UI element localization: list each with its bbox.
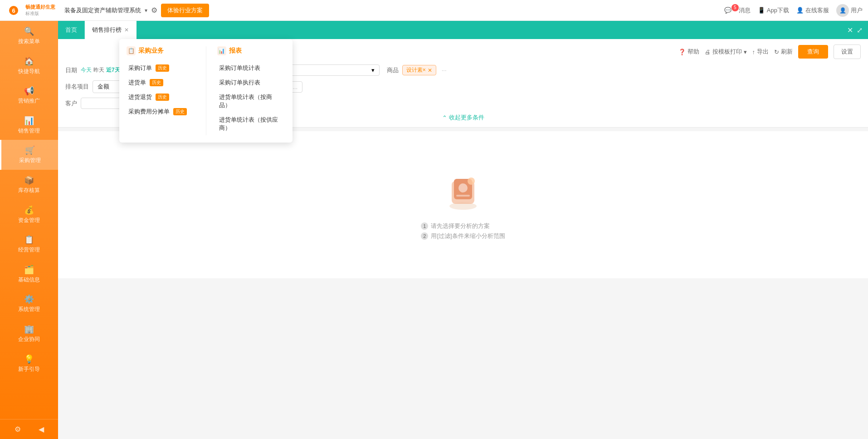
tab-close-sales-rank[interactable]: ✕	[124, 27, 129, 33]
menu-section-purchase: 📋 采购业务 采购订单 历史 进货单 历史 进货退货 历史	[127, 46, 195, 135]
purchase-icon: 🛒	[25, 145, 35, 155]
menu-item-order-exec[interactable]: 采购订单执行表	[217, 75, 286, 90]
sidebar-item-quick-nav[interactable]: 🏠 快捷导航	[0, 51, 58, 81]
industry-btn[interactable]: 体验行业方案	[161, 4, 209, 17]
refresh-label: 刷新	[781, 48, 793, 56]
settings-set-btn[interactable]: 设置	[834, 44, 861, 59]
query-btn[interactable]: 查询	[798, 45, 828, 59]
sidebar-label-inventory: 库存核算	[18, 187, 40, 194]
user-label: 用户	[851, 6, 863, 15]
sidebar-item-purchase[interactable]: 🛒 采购管理	[0, 140, 58, 170]
notification-item[interactable]: 💬 5 消息	[724, 6, 751, 15]
quick-today[interactable]: 今天	[81, 66, 92, 74]
step2-num: 2	[421, 232, 428, 240]
sidebar-item-sales[interactable]: 📊 销售管理	[0, 110, 58, 140]
menu-item-return[interactable]: 进货退货 历史	[127, 90, 195, 104]
refresh-btn[interactable]: ↻ 刷新	[774, 48, 793, 56]
export-label: 导出	[757, 48, 769, 56]
settings-icon[interactable]: ⚙	[151, 6, 157, 15]
print-label: 按模板打印	[712, 48, 742, 56]
message-icon: 💬	[724, 7, 731, 14]
purchase-order-label: 采购订单	[128, 64, 152, 72]
main-layout: 🔍 搜索菜单 🏠 快捷导航 📢 营销推广 📊 销售管理 🛒 采购管	[0, 21, 868, 439]
online-service-item[interactable]: 👤 在线客服	[796, 6, 829, 15]
empty-text: 1 请先选择要分析的方案 2 用[过滤]条件来缩小分析范围	[421, 220, 505, 242]
sidebar-label-finance: 资金管理	[18, 217, 40, 224]
menu-item-incoming-goods[interactable]: 进货单统计表（按商品）	[217, 90, 286, 113]
top-bar-center: 装备及固定资产辅助管理系统 ▾ ⚙ 体验行业方案	[64, 4, 209, 17]
export-icon: ↑	[752, 49, 756, 55]
export-btn[interactable]: ↑ 导出	[752, 48, 769, 56]
menu-divider	[206, 46, 206, 135]
tab-home[interactable]: 首页	[58, 21, 85, 39]
sidebar-item-marketing[interactable]: 📢 营销推广	[0, 80, 58, 110]
sidebar-item-basic-info[interactable]: 🗂️ 基础信息	[0, 259, 58, 289]
empty-state: 1 请先选择要分析的方案 2 用[过滤]条件来缩小分析范围	[58, 131, 868, 278]
refresh-icon: ↻	[774, 49, 779, 55]
quick-yesterday[interactable]: 昨天	[93, 66, 104, 74]
doc-status-select[interactable]: ▾	[289, 64, 380, 76]
menu-item-incoming[interactable]: 进货单 历史	[127, 75, 195, 90]
top-bar-right: 💬 5 消息 📱 App下载 👤 在线客服 👤 用户	[724, 4, 863, 17]
purchase-order-badge: 历史	[156, 64, 169, 72]
help-label: 帮助	[688, 48, 699, 56]
sidebar-item-operation[interactable]: 📋 经营管理	[0, 229, 58, 259]
tab-close-action[interactable]: ✕	[847, 26, 853, 35]
menu-item-incoming-supplier[interactable]: 进货单统计表（按供应商）	[217, 113, 286, 135]
menu-section-report: 📊 报表 采购订单统计表 采购订单执行表 进货单统计表（按商品） 进货单统计表（…	[217, 46, 286, 135]
sidebar-item-system[interactable]: ⚙️ 系统管理	[0, 289, 58, 319]
goods-tag: 设计素× ✕	[402, 65, 436, 75]
sidebar-item-enterprise[interactable]: 🏢 企业协同	[0, 319, 58, 349]
menu-item-purchase-order[interactable]: 采购订单 历史	[127, 61, 195, 75]
menu-item-order-stats[interactable]: 采购订单统计表	[217, 61, 286, 75]
phone-icon: 📱	[758, 7, 765, 14]
sidebar: 🔍 搜索菜单 🏠 快捷导航 📢 营销推广 📊 销售管理 🛒 采购管	[0, 21, 58, 439]
sidebar-label-basic-info: 基础信息	[18, 276, 40, 284]
sidebar-label-search: 搜索菜单	[18, 38, 40, 45]
sales-icon: 📊	[24, 116, 34, 126]
menu-section-report-title: 📊 报表	[217, 46, 286, 55]
empty-icon	[440, 168, 486, 213]
sidebar-collapse-btn[interactable]: ◀	[39, 425, 44, 434]
quick-7days[interactable]: 近7天	[106, 66, 120, 74]
menu-section-purchase-title: 📋 采购业务	[127, 46, 195, 55]
message-label: 消息	[739, 6, 751, 15]
sidebar-settings-btn[interactable]: ⚙	[15, 425, 21, 434]
sidebar-item-finance[interactable]: 💰 资金管理	[0, 200, 58, 230]
tab-expand-action[interactable]: ⤢	[857, 26, 863, 35]
report-section-label: 报表	[229, 47, 242, 55]
sidebar-label-enterprise: 企业协同	[18, 336, 40, 343]
sidebar-item-guide[interactable]: 💡 新手引导	[0, 349, 58, 379]
return-badge: 历史	[156, 94, 169, 101]
help-btn[interactable]: ❓ 帮助	[678, 48, 699, 56]
goods-tag-close[interactable]: ✕	[428, 67, 432, 74]
sidebar-item-search[interactable]: 🔍 搜索菜单	[0, 21, 58, 51]
doc-status-dropdown: ▾	[371, 67, 375, 74]
salesperson-dots[interactable]: ...	[293, 84, 297, 90]
filter-goods: 商品 设计素× ✕ ···	[387, 65, 447, 75]
app-container: 6 畅捷通好生意 标准版 装备及固定资产辅助管理系统 ▾ ⚙ 体验行业方案 💬 …	[0, 0, 868, 439]
avatar-icon: 👤	[836, 4, 849, 17]
sidebar-bottom: ⚙ ◀	[0, 419, 58, 439]
app-download-item[interactable]: 📱 App下载	[758, 6, 789, 15]
expense-badge: 历史	[173, 108, 187, 115]
user-item[interactable]: 👤 用户	[836, 4, 863, 17]
logo-icon: 6	[5, 2, 22, 19]
goods-dots[interactable]: ···	[442, 67, 447, 74]
sidebar-label-marketing: 营销推广	[18, 98, 40, 105]
system-dropdown-arrow[interactable]: ▾	[145, 7, 147, 14]
print-dropdown-icon[interactable]: ▾	[744, 49, 747, 55]
step1-num: 1	[421, 222, 428, 230]
home-icon: 🏠	[24, 56, 34, 66]
tab-sales-rank[interactable]: 销售排行榜 ✕	[85, 21, 137, 39]
sidebar-item-inventory[interactable]: 📦 库存核算	[0, 170, 58, 200]
sidebar-label-quick-nav: 快捷导航	[18, 68, 40, 75]
guide-icon: 💡	[24, 354, 34, 364]
svg-rect-6	[456, 195, 470, 197]
system-icon: ⚙️	[24, 294, 34, 304]
tab-home-label: 首页	[65, 26, 77, 34]
print-btn[interactable]: 🖨 按模板打印 ▾	[705, 48, 747, 56]
menu-item-expense[interactable]: 采购费用分摊单 历史	[127, 104, 195, 119]
hint2-text: 用[过滤]条件来缩小分析范围	[431, 232, 505, 240]
svg-point-5	[458, 183, 468, 192]
